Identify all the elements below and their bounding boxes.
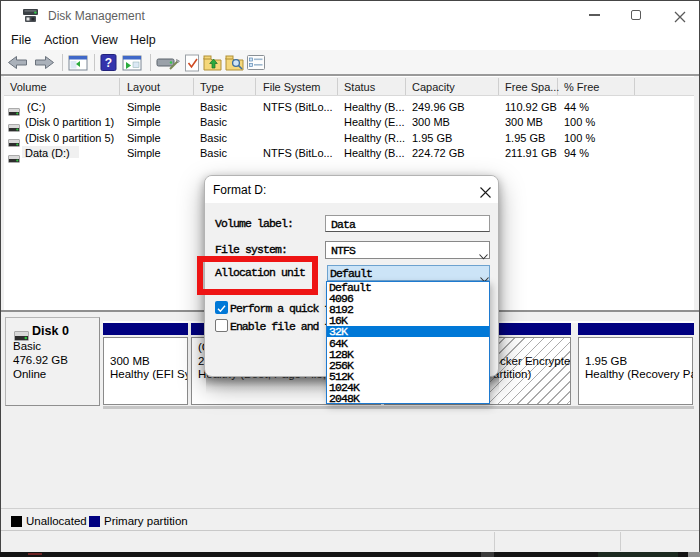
svg-text:?: ? <box>105 56 112 70</box>
